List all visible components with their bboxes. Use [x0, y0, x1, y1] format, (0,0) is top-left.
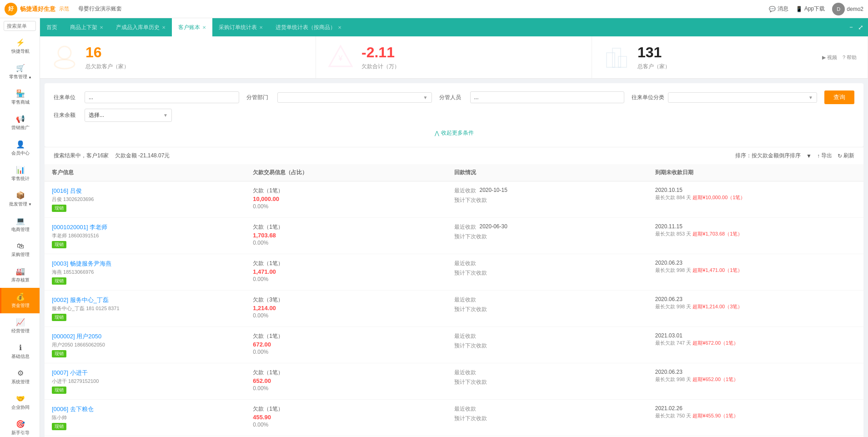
customer-info-cell: [0001020001] 李老师 李老师 18600391516 现销 [52, 223, 253, 248]
sidebar-item-corp-collab[interactable]: 🤝 企业协同 [0, 390, 40, 415]
debt-amount: 652.00 [253, 377, 454, 384]
main-content: 16 总欠款客户（家） ¥ -2.11 欠款合计（万） [40, 36, 868, 437]
filter-dept-select[interactable]: ▼ [277, 92, 432, 103]
svg-point-1 [55, 60, 75, 69]
debt-amount: 1,703.68 [253, 232, 454, 239]
tab-close-icon[interactable]: ✕ [338, 25, 341, 30]
sidebar-item-basic-info[interactable]: ℹ 基础信息 [0, 339, 40, 364]
tab-close-icon[interactable]: ✕ [259, 25, 263, 30]
help-btn[interactable]: ? 帮助 [843, 54, 857, 61]
logo-area: 好 畅捷通好生意 示范 [5, 3, 69, 15]
collapse-button[interactable]: ⋀ 收起更多条件 [54, 126, 854, 140]
results-info: 搜索结果中，客户16家 欠款金额 -21,148.07元 [54, 152, 170, 160]
customer-info-cell: [0002] 服务中心_丁磊 服务中心_丁磊 181 0125 8371 现销 [52, 296, 253, 321]
sidebar-item-ecommerce[interactable]: 💻 电商管理 [0, 212, 40, 237]
overdue-link[interactable]: 超期¥1,471.00（1笔） [692, 267, 743, 273]
due-date: 2021.02.26 [655, 405, 856, 412]
filter-category-select[interactable]: ▼ [668, 92, 817, 103]
content-area: 首页 商品上下架 ✕ 产成品入库单历史 ✕ 客户账本 ✕ 采购订单统计表 ✕ [40, 18, 868, 437]
filter-person-input[interactable]: ... [470, 91, 625, 103]
maximize-icon[interactable]: ⤢ [858, 24, 863, 31]
sidebar-item-batch-mgmt[interactable]: 📦 批发管理 ▼ [0, 186, 40, 212]
last-collect-label: 最近收款 [454, 369, 476, 377]
overdue-link[interactable]: 超期¥10,000.00（1笔） [692, 195, 745, 200]
tab-purchase-stats[interactable]: 采购订单统计表 ✕ [212, 18, 269, 36]
sidebar-item-guide[interactable]: 🎯 新手引导 [0, 415, 40, 437]
message-btn[interactable]: 💬 消息 [769, 5, 788, 13]
filter-balance-select[interactable]: 选择... ▼ [85, 109, 172, 122]
sidebar-item-member[interactable]: 👤 会员中心 [0, 136, 40, 161]
tab-inventory-history[interactable]: 产成品入库单历史 ✕ [110, 18, 172, 36]
user-avatar-area[interactable]: D demo2 [832, 3, 863, 15]
tab-close-icon[interactable]: ✕ [162, 25, 166, 30]
customer-name-link[interactable]: [0007] 小进干 [52, 369, 253, 377]
recovery-cell: 最近收款 预计下次收款 [454, 296, 655, 313]
sidebar-item-marketing[interactable]: 📢 营销推广 [0, 110, 40, 136]
avatar: D [832, 3, 845, 15]
tab-inventory-history-label: 产成品入库单历史 [116, 24, 160, 31]
sidebar-item-label: 采购管理 [11, 251, 30, 258]
customer-name-link[interactable]: [0006] 去下粮仓 [52, 405, 253, 413]
sidebar-item-retail-mall[interactable]: 🏪 零售商城 [0, 85, 40, 110]
marketing-icon: 📢 [16, 115, 25, 123]
customer-name: 去下粮仓 [70, 406, 94, 412]
customer-code: [0007] [52, 369, 68, 376]
tab-bar: 首页 商品上下架 ✕ 产成品入库单历史 ✕ 客户账本 ✕ 采购订单统计表 ✕ [40, 18, 868, 36]
filter-balance: 往来余额 选择... ▼ [54, 109, 172, 122]
tab-close-icon[interactable]: ✕ [100, 25, 103, 30]
customer-name-link[interactable]: [000002] 用户2050 [52, 332, 253, 341]
sidebar-item-system[interactable]: ⚙ 系统管理 [0, 364, 40, 390]
export-button[interactable]: ↑ 导出 [817, 152, 832, 160]
overdue-days: 最长欠款 998 天 [655, 377, 691, 382]
video-btn[interactable]: ▶ 视频 [822, 54, 837, 61]
customer-name-link[interactable]: [0016] 吕俊 [52, 187, 253, 195]
customer-name-link[interactable]: [0003] 畅捷服务尹海燕 [52, 260, 253, 268]
member-icon: 👤 [16, 140, 25, 149]
debt-total-label: 欠款合计（万） [361, 63, 400, 70]
sidebar-item-quick-nav[interactable]: ⚡ 快捷导航 [0, 34, 40, 59]
export-icon: ↑ [817, 153, 820, 159]
overdue-link[interactable]: 超期¥455.90（1笔） [692, 413, 738, 418]
filter-row-2: 往来余额 选择... ▼ [54, 109, 854, 122]
query-button[interactable]: 查询 [824, 90, 854, 104]
tab-customer-ledger[interactable]: 客户账本 ✕ [172, 18, 212, 36]
tab-inbound-stats[interactable]: 进货单统计表（按商品） ✕ [269, 18, 348, 36]
refresh-button[interactable]: ↻ 刷新 [838, 152, 854, 160]
debt-percent: 0.00% [253, 422, 454, 428]
guide-icon: 🎯 [16, 420, 25, 428]
tab-product-status[interactable]: 商品上下架 ✕ [64, 18, 110, 36]
table-row: [0006] 去下粮仓 陈小帅 现销 欠款（1笔） 455.90 0.00% [45, 400, 863, 436]
overdue-link[interactable]: 超期¥652.00（1笔） [692, 377, 738, 382]
total-customers-icon [603, 44, 630, 71]
filter-unit-input[interactable]: ... [85, 91, 239, 103]
customer-name-link[interactable]: [0002] 服务中心_丁磊 [52, 296, 253, 304]
retail-stats-icon: 📊 [16, 166, 25, 174]
debt-count: 欠款（1笔） [253, 405, 454, 413]
company-selector[interactable]: 母婴行业演示账套 [78, 5, 122, 13]
minimize-icon[interactable]: － [848, 23, 854, 31]
overdue-link[interactable]: 超期¥1,214.00（3笔） [692, 304, 743, 309]
table-section: 客户信息 欠款交易信息（占比） 回款情况 到期未收款日期 [0016] 吕俊 吕… [45, 164, 863, 437]
app-download-btn[interactable]: 📱 App下载 [796, 5, 825, 13]
table-row: [0007] 小进干 小进干 18279152100 现销 欠款（1笔） 652… [45, 363, 863, 400]
overdue-link[interactable]: 超期¥1,703.68（1笔） [692, 231, 743, 236]
sidebar-item-purchase[interactable]: 🛍 采购管理 [0, 237, 40, 262]
results-bar: 搜索结果中，客户16家 欠款金额 -21,148.07元 排序：按欠款金额倒序排… [45, 147, 863, 164]
customer-name: 李老师 [90, 224, 107, 231]
sidebar-item-inventory[interactable]: 🏭 库存核算 [0, 262, 40, 288]
overdue-days: 最长欠款 884 天 [655, 195, 691, 200]
tab-close-icon[interactable]: ✕ [202, 25, 206, 30]
sidebar-item-retail-mgmt[interactable]: 🛒 零售管理 ▲ [0, 59, 40, 85]
debt-percent: 0.00% [253, 276, 454, 282]
due-date: 2020.06.23 [655, 369, 856, 375]
tab-home[interactable]: 首页 [40, 18, 64, 36]
status-badge: 现销 [52, 277, 66, 285]
last-collect-row: 最近收款 2020-10-15 [454, 187, 655, 195]
overdue-link[interactable]: 超期¥672.00（1笔） [692, 340, 738, 346]
customer-name-link[interactable]: [0001020001] 李老师 [52, 223, 253, 231]
search-input[interactable] [4, 21, 36, 31]
sidebar-item-ops[interactable]: 📈 经营管理 [0, 313, 40, 339]
debt-info-cell: 欠款（3笔） 1,214.00 0.00% [253, 296, 454, 319]
sidebar-item-finance[interactable]: 💰 资金管理 [0, 288, 40, 313]
sidebar-item-retail-stats[interactable]: 📊 零售统计 [0, 161, 40, 186]
